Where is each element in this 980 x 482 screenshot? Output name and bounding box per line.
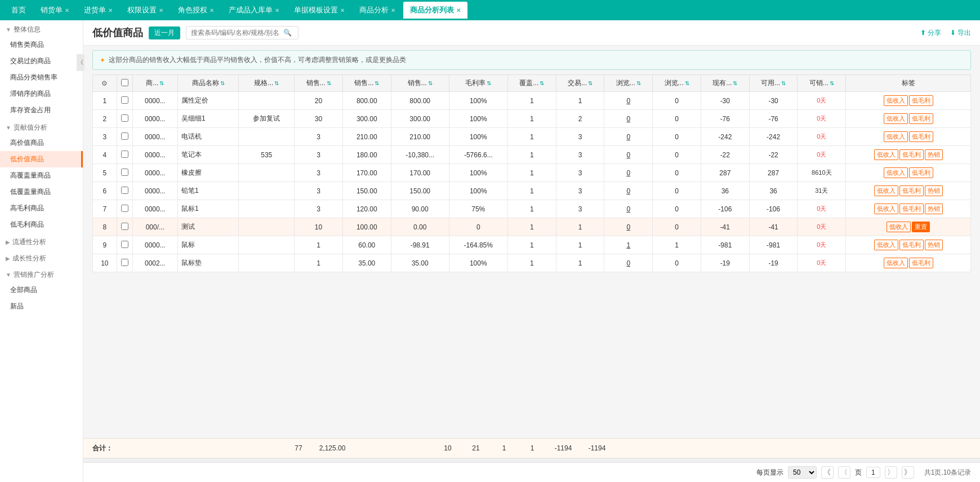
col-avail-sort[interactable]: ⇅ <box>781 80 786 86</box>
row-browse1[interactable]: 0 <box>604 164 653 182</box>
share-button[interactable]: ⬆ 分享 <box>920 28 941 38</box>
row-checkbox[interactable] <box>121 259 128 266</box>
next-page-button[interactable]: 〉 <box>885 466 897 479</box>
sidebar-group-growth[interactable]: ▶ 成长性分析 <box>0 249 83 266</box>
browse1-link[interactable]: 0 <box>626 223 630 231</box>
col-browse2-sort[interactable]: ⇅ <box>685 80 689 86</box>
settings-icon[interactable]: ⚙ <box>101 79 108 87</box>
export-button[interactable]: ⬇ 导出 <box>950 28 971 38</box>
row-checkbox[interactable] <box>121 96 128 104</box>
browse1-link[interactable]: 0 <box>626 133 630 141</box>
sidebar-item-low-margin[interactable]: 低毛利商品 <box>0 216 83 233</box>
nav-product-stock[interactable]: 产成品入库单 ✕ <box>222 2 286 19</box>
horizontal-scrollbar[interactable] <box>83 458 980 462</box>
select-all-checkbox[interactable] <box>121 79 128 86</box>
per-page-select[interactable]: 50 100 200 <box>788 466 817 479</box>
sidebar-group-liquidity[interactable]: ▶ 流通性分析 <box>0 233 83 249</box>
row-browse1[interactable]: 0 <box>604 92 653 110</box>
nav-goods-analysis-close[interactable]: ✕ <box>391 7 395 14</box>
nav-purchase[interactable]: 进货单 ✕ <box>77 2 119 19</box>
sidebar-group-marketing[interactable]: ▼ 营销推广分析 <box>0 266 83 282</box>
nav-sales-close[interactable]: ✕ <box>65 7 69 14</box>
sidebar-item-slow-goods[interactable]: 滞销序的商品 <box>0 86 83 102</box>
row-checkbox[interactable] <box>121 151 128 158</box>
row-checkbox[interactable] <box>121 187 128 194</box>
browse1-link[interactable]: 0 <box>626 259 630 267</box>
current-page: 1 <box>866 467 880 478</box>
row-browse1[interactable]: 0 <box>604 182 653 200</box>
sidebar-item-high-value[interactable]: 高价值商品 <box>0 135 83 151</box>
sidebar-item-new-goods[interactable]: 新品 <box>0 298 83 315</box>
nav-sales-order[interactable]: 销货单 ✕ <box>34 2 76 19</box>
col-qty-sort[interactable]: ⇅ <box>327 80 331 86</box>
col-gear[interactable]: ⚙ <box>93 75 117 92</box>
tag-低收入: 低收入 <box>884 131 908 142</box>
row-browse1[interactable]: 0 <box>604 254 653 272</box>
sidebar-item-category-rate[interactable]: 商品分类销售率 <box>0 69 83 86</box>
browse1-link[interactable]: 0 <box>626 169 630 177</box>
col-sales1-sort[interactable]: ⇅ <box>375 80 379 86</box>
nav-goods-list-close[interactable]: ✕ <box>456 7 461 14</box>
browse1-link[interactable]: 0 <box>626 187 630 195</box>
date-filter-button[interactable]: 近一月 <box>149 26 180 39</box>
sidebar-item-all-goods[interactable]: 全部商品 <box>0 282 83 298</box>
row-checkbox[interactable] <box>121 114 128 122</box>
col-cover-sort[interactable]: ⇅ <box>540 80 544 86</box>
browse1-link[interactable]: 0 <box>626 151 630 159</box>
browse1-link[interactable]: 0 <box>626 97 630 105</box>
browse1-link[interactable]: 0 <box>626 205 630 213</box>
col-trade-sort[interactable]: ⇅ <box>588 80 593 86</box>
search-input[interactable] <box>191 29 281 37</box>
sidebar-group-overview[interactable]: ▼ 整体信息 <box>0 20 83 37</box>
sidebar-collapse-btn[interactable]: 《 <box>77 54 84 71</box>
last-page-button[interactable]: 》 <box>902 466 914 479</box>
nav-permission[interactable]: 权限设置 ✕ <box>121 2 170 19</box>
nav-product-stock-close[interactable]: ✕ <box>275 7 279 14</box>
nav-goods-list[interactable]: 商品分析列表 ✕ <box>403 2 467 19</box>
row-checkbox[interactable] <box>121 223 128 230</box>
sidebar-item-high-margin[interactable]: 高毛利商品 <box>0 200 83 216</box>
col-code-sort[interactable]: ⇅ <box>159 80 164 86</box>
col-sales2-sort[interactable]: ⇅ <box>428 80 433 86</box>
prev-page-button[interactable]: 〈 <box>838 466 850 479</box>
col-name-sort[interactable]: ⇅ <box>220 80 225 86</box>
nav-template[interactable]: 单据模板设置 ✕ <box>287 2 351 19</box>
col-stock-sort[interactable]: ⇅ <box>733 80 737 86</box>
browse1-link[interactable]: 0 <box>626 115 630 123</box>
row-browse1[interactable]: 0 <box>604 218 653 236</box>
sidebar-group-contribution[interactable]: ▼ 贡献值分析 <box>0 118 83 135</box>
nav-permission-close[interactable]: ✕ <box>159 7 163 14</box>
browse1-link[interactable]: 1 <box>626 241 630 249</box>
col-sell-sort[interactable]: ⇅ <box>830 80 834 86</box>
row-browse1[interactable]: 0 <box>604 110 653 128</box>
sidebar-item-high-cover[interactable]: 高覆盖量商品 <box>0 167 83 184</box>
nav-template-close[interactable]: ✕ <box>340 7 345 14</box>
footer-spacer2 <box>136 442 152 454</box>
col-browse1-sort[interactable]: ⇅ <box>636 80 641 86</box>
row-browse1[interactable]: 0 <box>604 146 653 164</box>
col-gross-sort[interactable]: ⇅ <box>487 80 491 86</box>
row-cover: 1 <box>507 182 556 200</box>
col-spec-sort[interactable]: ⇅ <box>274 80 279 86</box>
tag-热销: 热销 <box>925 240 943 250</box>
row-checkbox[interactable] <box>121 241 128 248</box>
row-checkbox[interactable] <box>121 205 128 212</box>
first-page-button[interactable]: 《 <box>821 466 834 479</box>
nav-role[interactable]: 角色授权 ✕ <box>171 2 221 19</box>
row-checkbox-cell <box>117 236 132 254</box>
row-checkbox[interactable] <box>121 132 128 140</box>
nav-purchase-close[interactable]: ✕ <box>108 7 113 14</box>
nav-goods-analysis[interactable]: 商品分析 ✕ <box>353 2 402 19</box>
sidebar-item-sales-goods[interactable]: 销售类商品 <box>0 37 83 53</box>
sidebar-item-stock-fund[interactable]: 库存资金占用 <box>0 102 83 118</box>
row-browse1[interactable]: 0 <box>604 200 653 218</box>
nav-role-close[interactable]: ✕ <box>210 7 214 14</box>
row-browse1[interactable]: 1 <box>604 236 653 254</box>
sidebar-item-traded-goods[interactable]: 交易过的商品 <box>0 53 83 69</box>
nav-home[interactable]: 首页 <box>5 2 33 19</box>
sidebar-item-low-cover[interactable]: 低覆盖量商品 <box>0 184 83 200</box>
search-icon[interactable]: 🔍 <box>283 29 292 37</box>
row-checkbox[interactable] <box>121 169 128 176</box>
row-browse1[interactable]: 0 <box>604 128 653 146</box>
sidebar-item-low-value[interactable]: 低价值商品 <box>0 151 83 167</box>
